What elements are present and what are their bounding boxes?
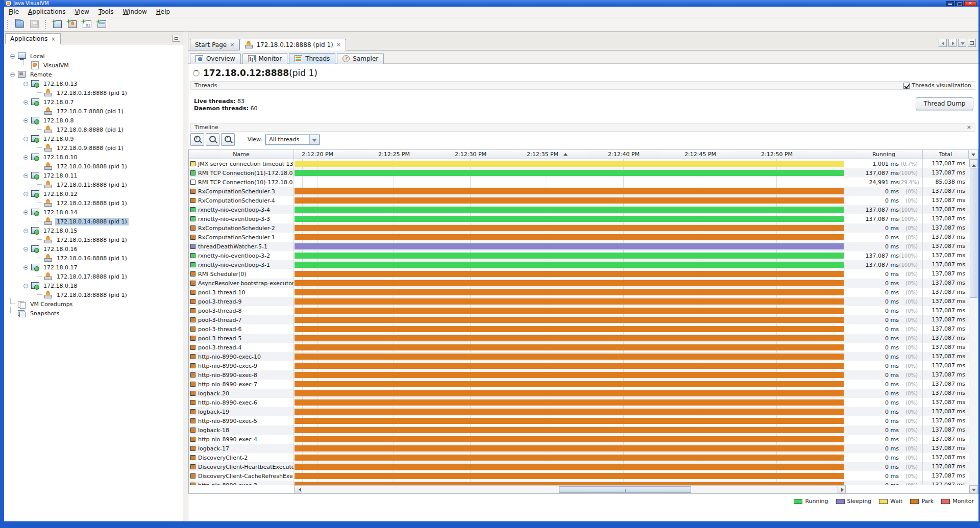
add-remote-host-button[interactable] [51, 18, 64, 31]
scroll-left-icon[interactable] [294, 486, 302, 493]
tree-item-local[interactable]: Local [4, 52, 183, 61]
threads-visualization-checkbox[interactable] [903, 83, 910, 89]
table-row[interactable]: rxnetty-nio-eventloop-3-4137,087 ms(100%… [189, 205, 969, 214]
save-button[interactable] [28, 18, 41, 31]
table-row[interactable]: http-nio-8990-exec-30 ms(0%)137,087 ms [189, 481, 969, 485]
tree-item-172-18-0-18-8888-pid-1-[interactable]: 172.18.0.18:8888 (pid 1) [4, 290, 183, 299]
expander-knob-icon[interactable] [23, 229, 28, 233]
column-header-name[interactable]: Name [189, 150, 294, 159]
table-row[interactable]: RxComputationScheduler-20 ms(0%)137,087 … [189, 223, 969, 233]
column-header-timeline[interactable]: 2:12:20 PM2:12:25 PM2:12:30 PM2:12:35 PM… [294, 150, 845, 159]
column-header-running[interactable]: Running [845, 150, 923, 159]
menu-item-file[interactable]: File [4, 7, 23, 16]
table-row[interactable]: http-nio-8990-exec-90 ms(0%)137,087 ms [189, 361, 969, 370]
horizontal-scrollbar[interactable] [294, 485, 846, 493]
column-header-total[interactable]: Total [923, 150, 969, 159]
tab-sampler[interactable]: Sampler [337, 53, 384, 64]
close-tab-icon[interactable]: × [230, 41, 234, 48]
table-row[interactable]: http-nio-8990-exec-40 ms(0%)137,087 ms [189, 435, 969, 444]
tab-list-icon[interactable] [958, 39, 966, 47]
table-row[interactable]: RMI TCP Connection(10)-172.18.0.24,991 m… [189, 178, 969, 187]
minimize-panel-icon[interactable] [173, 35, 180, 42]
expander-knob-icon[interactable] [23, 155, 28, 160]
tree-item-172-18-0-16[interactable]: 172.18.0.16 [4, 244, 183, 254]
tree-item-172-18-0-15-8888-pid-1-[interactable]: 172.18.0.15:8888 (pid 1) [4, 235, 183, 244]
table-row[interactable]: pool-3-thread-60 ms(0%)137,087 ms [189, 324, 969, 334]
minimize-button[interactable] [946, 1, 954, 6]
table-row[interactable]: pool-3-thread-70 ms(0%)137,087 ms [189, 315, 969, 324]
load-snapshot-button[interactable] [13, 18, 27, 31]
scroll-tabs-right-icon[interactable] [948, 39, 957, 47]
expander-knob-icon[interactable] [23, 100, 28, 105]
maximize-tab-icon[interactable] [968, 39, 976, 47]
table-row[interactable]: logback-170 ms(0%)137,087 ms [189, 444, 969, 453]
tab-monitor[interactable]: Monitor [242, 53, 288, 64]
scroll-tabs-left-icon[interactable] [939, 39, 947, 47]
tree-item-172-18-0-9-8888-pid-1-[interactable]: 172.18.0.9:8888 (pid 1) [4, 143, 183, 153]
tree-item-vm-coredumps[interactable]: VM Coredumps [4, 299, 183, 309]
expander-knob-icon[interactable] [23, 137, 28, 141]
zoom-in-button[interactable]: + [190, 133, 204, 146]
tree-item-visualvm[interactable]: VisualVM [4, 61, 183, 70]
table-row[interactable]: JMX server connection timeout 131,001 ms… [189, 159, 969, 168]
tree-item-172-18-0-17-8888-pid-1-[interactable]: 172.18.0.17:8888 (pid 1) [4, 272, 183, 281]
vertical-scrollbar[interactable] [969, 159, 978, 493]
doc-tab-start-page[interactable]: Start Page× [190, 39, 239, 51]
menu-item-applications[interactable]: Applications [23, 7, 70, 16]
tab-threads[interactable]: Threads [289, 53, 335, 64]
tree-item-172-18-0-8[interactable]: 172.18.0.8 [4, 116, 183, 125]
menu-item-tools[interactable]: Tools [94, 7, 118, 16]
table-row[interactable]: rxnetty-nio-eventloop-3-1137,087 ms(100%… [189, 260, 969, 269]
table-row[interactable]: DiscoveryClient-20 ms(0%)137,087 ms [189, 453, 969, 462]
tree-item-172-18-0-14-8888-pid-1-[interactable]: 172.18.0.14:8888 (pid 1) [4, 217, 183, 226]
column-picker-button[interactable] [969, 150, 978, 159]
table-row[interactable]: http-nio-8990-exec-70 ms(0%)137,087 ms [189, 380, 969, 389]
expander-knob-icon[interactable] [23, 284, 28, 288]
expander-knob-icon[interactable] [23, 247, 28, 252]
expander-knob-icon[interactable] [23, 118, 28, 123]
table-row[interactable]: http-nio-8990-exec-80 ms(0%)137,087 ms [189, 370, 969, 380]
expander-knob-icon[interactable] [23, 192, 28, 196]
doc-tab-172-18-0-12-8888-pid-1-[interactable]: 172.18.0.12:8888 (pid 1)× [239, 39, 346, 51]
add-snapshot-button[interactable] [95, 18, 109, 31]
table-row[interactable]: rxnetty-nio-eventloop-3-3137,087 ms(100%… [189, 214, 969, 223]
tree-item-snapshots[interactable]: Snapshots [4, 309, 183, 318]
horizontal-scrollbar-thumb[interactable] [559, 486, 691, 493]
tree-item-172-18-0-12[interactable]: 172.18.0.12 [4, 189, 183, 198]
tree-item-172-18-0-9[interactable]: 172.18.0.9 [4, 134, 183, 143]
scroll-down-icon[interactable] [969, 485, 978, 493]
table-row[interactable]: http-nio-8990-exec-100 ms(0%)137,087 ms [189, 352, 969, 361]
expander-knob-icon[interactable] [10, 72, 15, 77]
tree-item-172-18-0-17[interactable]: 172.18.0.17 [4, 263, 183, 272]
thread-dump-button[interactable]: Thread Dump [916, 97, 973, 110]
table-row[interactable]: logback-190 ms(0%)137,087 ms [189, 407, 969, 416]
table-row[interactable]: RxComputationScheduler-10 ms(0%)137,087 … [189, 233, 969, 242]
table-row[interactable]: logback-180 ms(0%)137,087 ms [189, 425, 969, 435]
table-row[interactable]: http-nio-8990-exec-60 ms(0%)137,087 ms [189, 398, 969, 407]
tab-overview[interactable]: Overview [190, 53, 241, 64]
table-row[interactable]: pool-3-thread-40 ms(0%)137,087 ms [189, 343, 969, 352]
table-row[interactable]: pool-3-thread-50 ms(0%)137,087 ms [189, 334, 969, 343]
close-section-icon[interactable]: × [963, 124, 971, 131]
menu-item-help[interactable]: Help [152, 7, 175, 16]
add-jmx-connection-button[interactable] [65, 18, 79, 31]
close-tab-icon[interactable]: × [336, 41, 341, 48]
table-row[interactable]: threadDeathWatcher-5-10 ms(0%)137,087 ms [189, 242, 969, 251]
vertical-scrollbar-thumb[interactable] [970, 168, 977, 298]
splitter-handle[interactable] [183, 32, 188, 521]
tree-item-172-18-0-7-8888-pid-1-[interactable]: 172.18.0.7:8888 (pid 1) [4, 107, 183, 116]
table-row[interactable]: RMI Scheduler(0)0 ms(0%)137,087 ms [189, 269, 969, 279]
tree-item-172-18-0-11[interactable]: 172.18.0.11 [4, 171, 183, 180]
tree-item-172-18-0-8-8888-pid-1-[interactable]: 172.18.0.8:8888 (pid 1) [4, 125, 183, 134]
menu-item-view[interactable]: View [70, 7, 93, 16]
tree-item-172-18-0-13[interactable]: 172.18.0.13 [4, 79, 183, 88]
table-row[interactable]: pool-3-thread-80 ms(0%)137,087 ms [189, 306, 969, 315]
table-row[interactable]: pool-3-thread-90 ms(0%)137,087 ms [189, 297, 969, 306]
maximize-button[interactable] [955, 1, 963, 6]
menu-item-window[interactable]: Window [118, 7, 151, 16]
table-row[interactable]: AsyncResolver-bootstrap-executor0 ms(0%)… [189, 279, 969, 288]
expander-knob-icon[interactable] [23, 265, 28, 270]
view-dropdown[interactable]: All threads [265, 135, 320, 145]
tree-item-172-18-0-16-8888-pid-1-[interactable]: 172.18.0.16:8888 (pid 1) [4, 254, 183, 263]
table-row[interactable]: rxnetty-nio-eventloop-3-2137,087 ms(100%… [189, 251, 969, 260]
